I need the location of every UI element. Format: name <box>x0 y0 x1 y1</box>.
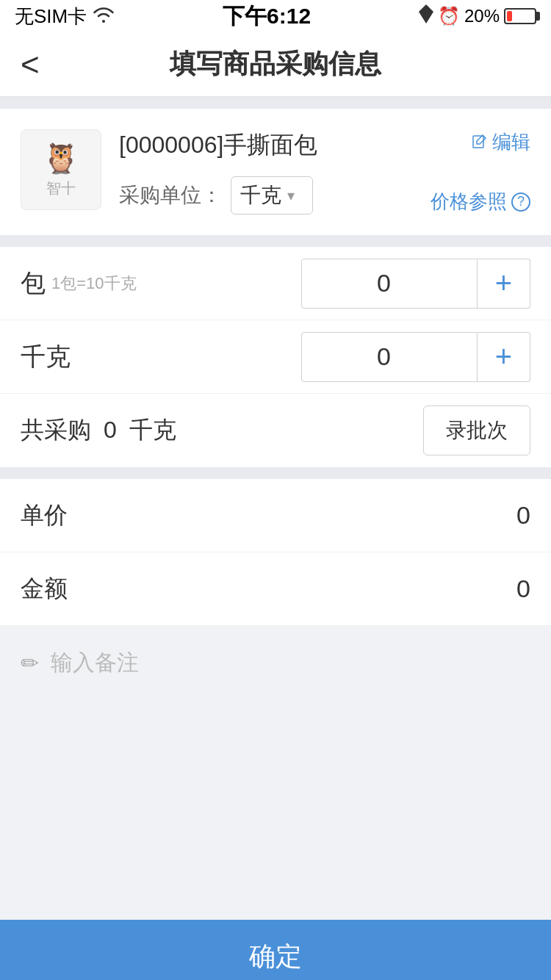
nav-bar: < 填写商品采购信息 <box>0 32 551 97</box>
kg-row: 千克 + <box>0 320 551 394</box>
product-name: [0000006]手撕面包 <box>119 129 530 162</box>
confirm-button[interactable]: 确定 <box>0 920 551 980</box>
edit-button[interactable]: 编辑 <box>472 129 530 155</box>
battery-fill <box>507 11 512 21</box>
battery-percent: 20% <box>464 6 500 26</box>
pack-label: 包 <box>21 267 46 300</box>
confirm-label: 确定 <box>249 939 302 975</box>
unit-price-row: 单价 0 <box>0 479 551 552</box>
carrier-label: 无SIM卡 <box>15 4 87 29</box>
pack-input-group: + <box>301 259 530 309</box>
amount-label: 金额 <box>21 573 68 605</box>
note-section[interactable]: ✏ 输入备注 <box>0 626 551 699</box>
status-time: 下午6:12 <box>223 1 311 32</box>
status-left: 无SIM卡 <box>15 4 115 29</box>
chevron-down-icon: ▾ <box>287 187 295 204</box>
divider-mid1 <box>0 235 551 247</box>
wifi-icon <box>93 5 115 28</box>
divider-top <box>0 97 551 109</box>
total-value: 0 <box>104 417 117 443</box>
unit-select[interactable]: 千克 ▾ <box>231 176 313 215</box>
unit-value: 千克 <box>240 181 281 209</box>
total-row: 共采购 0 千克 录批次 <box>0 394 551 467</box>
kg-quantity-input[interactable] <box>301 332 478 382</box>
total-text: 共采购 0 千克 <box>21 414 176 447</box>
price-ref-label: 价格参照 <box>431 189 507 215</box>
battery-icon <box>504 8 536 24</box>
page-title: 填写商品采购信息 <box>170 46 381 82</box>
pack-row: 包 1包=10千克 + <box>0 247 551 320</box>
quantity-section: 包 1包=10千克 + 千克 + <box>0 247 551 394</box>
kg-plus-button[interactable]: + <box>478 332 530 382</box>
product-thumb-label: 智十 <box>46 179 76 198</box>
back-button[interactable]: < <box>21 48 40 81</box>
bottom-spacer <box>0 699 551 920</box>
amount-row: 金额 0 <box>0 552 551 626</box>
pack-plus-button[interactable]: + <box>478 259 530 309</box>
pack-sub-label: 1包=10千克 <box>51 273 137 295</box>
total-unit: 千克 <box>129 417 176 443</box>
edit-label: 编辑 <box>492 129 530 155</box>
status-bar: 无SIM卡 下午6:12 ⏰ 20% <box>0 0 551 32</box>
batch-button[interactable]: 录批次 <box>423 406 530 455</box>
product-card: 🦉 智十 [0000006]手撕面包 采购单位： 千克 ▾ 编辑 价格参照 ? <box>0 109 551 235</box>
unit-label: 采购单位： <box>119 181 222 209</box>
note-placeholder: 输入备注 <box>51 648 139 678</box>
amount-value: 0 <box>516 574 530 603</box>
location-icon <box>419 4 433 28</box>
price-ref-button[interactable]: 价格参照 ? <box>431 189 530 215</box>
product-thumbnail: 🦉 智十 <box>21 129 101 210</box>
kg-input-group: + <box>301 332 530 382</box>
pricing-section: 单价 0 金额 0 <box>0 479 551 626</box>
unit-price-value: 0 <box>516 501 530 530</box>
status-right: ⏰ 20% <box>419 4 536 28</box>
alarm-icon: ⏰ <box>438 6 460 26</box>
product-thumb-owl-icon: 🦉 <box>43 141 79 176</box>
kg-label: 千克 <box>21 340 71 374</box>
pencil-icon: ✏ <box>21 650 39 676</box>
unit-price-label: 单价 <box>21 500 68 532</box>
pack-quantity-input[interactable] <box>301 259 478 309</box>
total-label: 共采购 <box>21 417 91 443</box>
info-circle-icon: ? <box>511 192 530 212</box>
divider-mid2 <box>0 467 551 479</box>
